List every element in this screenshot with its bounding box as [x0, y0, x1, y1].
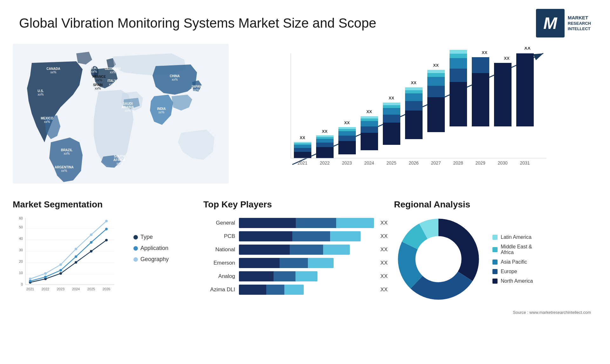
svg-text:2030: 2030 [498, 160, 507, 165]
svg-text:2031: 2031 [520, 160, 530, 165]
bar-chart-section: XX 2021 XX 2022 XX 2023 [235, 44, 597, 193]
svg-text:INDIA: INDIA [157, 107, 166, 111]
svg-text:XX: XX [344, 120, 350, 125]
svg-rect-52 [338, 136, 356, 141]
svg-point-137 [44, 272, 47, 275]
svg-rect-48 [316, 135, 334, 137]
svg-rect-76 [405, 87, 423, 90]
svg-point-127 [75, 261, 77, 264]
svg-text:xx%: xx% [109, 83, 115, 86]
player-bar-analog [239, 271, 374, 281]
svg-text:2023: 2023 [342, 160, 352, 165]
svg-text:0: 0 [21, 282, 23, 286]
svg-text:30: 30 [19, 248, 23, 252]
svg-point-128 [90, 250, 92, 253]
svg-rect-44 [316, 147, 334, 158]
svg-text:AFRICA: AFRICA [113, 158, 125, 162]
logo-box: M [536, 9, 565, 37]
svg-text:xx%: xx% [172, 78, 178, 81]
player-row-azima: Azima DLI XX [203, 285, 388, 295]
player-value-analog: XX [380, 273, 388, 280]
svg-rect-83 [427, 70, 445, 73]
svg-rect-60 [361, 121, 378, 126]
svg-text:2026: 2026 [103, 287, 110, 291]
svg-text:2021: 2021 [26, 287, 34, 291]
svg-text:2024: 2024 [364, 160, 374, 165]
svg-text:XX: XX [411, 80, 417, 85]
legend-type: Type [133, 234, 169, 240]
svg-rect-86 [450, 82, 467, 126]
players-chart: General XX PCB [203, 215, 388, 295]
legend-asia-pacific: Asia Pacific [492, 259, 533, 265]
svg-text:CANADA: CANADA [46, 67, 60, 71]
legend-application: Application [133, 245, 169, 252]
players-title: Top Key Players [203, 199, 388, 210]
svg-text:xx%: xx% [159, 111, 165, 114]
svg-text:ARABIA: ARABIA [122, 105, 134, 109]
legend-color-europe [492, 269, 498, 274]
svg-text:MEXICO: MEXICO [41, 117, 53, 120]
svg-rect-66 [383, 115, 400, 123]
player-name-national: National [203, 246, 235, 253]
svg-rect-53 [338, 131, 356, 136]
svg-text:JAPAN: JAPAN [191, 85, 201, 88]
player-value-emerson: XX [380, 260, 388, 266]
segmentation-title: Market Segmentation [13, 199, 197, 210]
header: Global Vibration Monitoring Systems Mark… [0, 0, 610, 44]
bar-chart-svg: XX 2021 XX 2022 XX 2023 [241, 47, 591, 174]
svg-text:XX: XX [300, 135, 305, 140]
svg-rect-61 [361, 118, 378, 121]
page-title: Global Vibration Monitoring Systems Mark… [19, 16, 376, 31]
legend-label-latin: Latin America [501, 234, 532, 240]
player-value-azima: XX [380, 286, 388, 293]
player-bar-general [239, 218, 374, 228]
player-name-pcb: PCB [203, 233, 235, 239]
svg-rect-93 [472, 73, 489, 126]
svg-rect-88 [450, 58, 467, 69]
svg-rect-67 [383, 108, 400, 115]
svg-text:2027: 2027 [431, 160, 441, 165]
svg-rect-46 [316, 139, 334, 143]
svg-text:xx%: xx% [64, 152, 70, 155]
svg-text:XX: XX [482, 50, 487, 55]
svg-text:xx%: xx% [61, 169, 67, 172]
svg-text:XX: XX [433, 63, 439, 68]
svg-text:BRAZIL: BRAZIL [61, 148, 73, 152]
svg-text:xx%: xx% [193, 88, 200, 92]
svg-text:60: 60 [19, 216, 23, 220]
svg-text:XX: XX [389, 96, 394, 100]
svg-rect-37 [294, 152, 311, 158]
donut-chart [394, 215, 483, 304]
svg-point-131 [44, 276, 47, 278]
player-value-pcb: XX [380, 233, 388, 239]
regional-title: Regional Analysis [394, 199, 597, 210]
svg-rect-90 [450, 50, 467, 54]
legend-label-asia: Asia Pacific [501, 259, 527, 265]
logo-text: MARKET RESEARCH INTELLECT [568, 15, 591, 31]
player-name-analog: Analog [203, 273, 235, 280]
svg-point-136 [29, 278, 31, 280]
segmentation-chart: 0 10 20 30 40 50 60 2021 [13, 215, 127, 294]
logo: M MARKET RESEARCH INTELLECT [536, 9, 591, 37]
player-bar-emerson [239, 258, 374, 268]
svg-text:SAUDI: SAUDI [123, 102, 132, 105]
player-bar-azima [239, 285, 374, 295]
svg-point-147 [419, 239, 458, 279]
svg-text:2021: 2021 [297, 160, 307, 165]
svg-text:U.K.: U.K. [91, 66, 97, 70]
svg-text:2022: 2022 [42, 287, 49, 291]
svg-text:XX: XX [524, 47, 531, 51]
svg-text:2029: 2029 [475, 160, 485, 165]
svg-rect-68 [383, 105, 400, 108]
svg-point-133 [75, 255, 77, 258]
svg-rect-59 [361, 126, 378, 133]
svg-point-130 [29, 280, 31, 282]
legend-color-latin [492, 235, 498, 240]
svg-rect-73 [405, 101, 423, 111]
player-name-emerson: Emerson [203, 260, 235, 266]
legend-middle-east: Middle East &Africa [492, 244, 533, 255]
svg-text:xx%: xx% [38, 93, 44, 96]
svg-text:SPAIN: SPAIN [93, 83, 103, 87]
legend-latin-america: Latin America [492, 234, 533, 240]
legend-label-europe: Europe [501, 269, 517, 274]
